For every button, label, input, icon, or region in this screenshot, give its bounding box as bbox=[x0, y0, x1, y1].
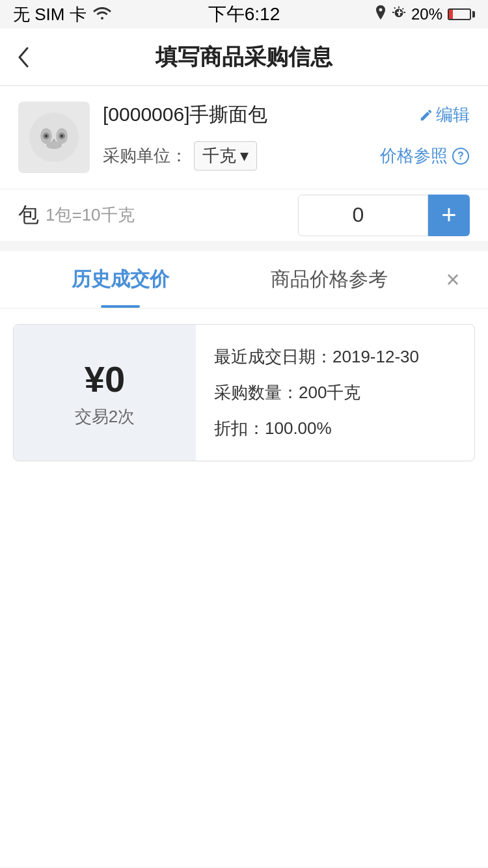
status-bar: 无 SIM 卡 下午6:12 20% bbox=[0, 0, 488, 29]
edit-label: 编辑 bbox=[436, 103, 470, 126]
transaction-count: 交易2次 bbox=[75, 405, 135, 428]
price-amount: ¥0 bbox=[85, 358, 125, 400]
transaction-card: ¥0 交易2次 最近成交日期：2019-12-30 采购数量：200千克 折扣：… bbox=[13, 324, 475, 461]
price-reference-button[interactable]: 价格参照 ? bbox=[380, 144, 470, 167]
page-title: 填写商品采购信息 bbox=[156, 42, 332, 72]
product-name: [0000006]手撕面包 bbox=[103, 102, 267, 128]
back-button[interactable] bbox=[16, 44, 31, 70]
alarm-icon bbox=[392, 5, 406, 23]
qty-label: 包 1包=10千克 bbox=[18, 201, 135, 230]
svg-point-7 bbox=[46, 141, 62, 149]
tab-underline bbox=[101, 305, 140, 308]
svg-point-6 bbox=[61, 135, 63, 137]
tab-section: 历史成交价 商品价格参考 × ¥0 交易2次 最近成交日期：2019-12-30… bbox=[0, 251, 488, 477]
status-right: 20% bbox=[375, 5, 475, 23]
battery-icon bbox=[448, 8, 475, 20]
card-area: ¥0 交易2次 最近成交日期：2019-12-30 采购数量：200千克 折扣：… bbox=[0, 308, 488, 477]
section-divider bbox=[0, 241, 488, 251]
status-time: 下午6:12 bbox=[208, 2, 280, 27]
edit-button[interactable]: 编辑 bbox=[419, 103, 470, 126]
discount-row: 折扣：100.00% bbox=[214, 416, 456, 441]
battery-text: 20% bbox=[411, 5, 442, 23]
card-price-panel: ¥0 交易2次 bbox=[14, 325, 196, 461]
qty-plus-button[interactable]: + bbox=[428, 195, 470, 236]
purchase-unit-label: 采购单位： 千克 ▾ bbox=[103, 141, 257, 170]
tab-close-button[interactable]: × bbox=[433, 260, 472, 299]
qty-input[interactable] bbox=[298, 195, 428, 236]
svg-point-5 bbox=[45, 135, 47, 137]
qty-conversion: 1包=10千克 bbox=[46, 204, 135, 226]
quantity-section: 包 1包=10千克 + bbox=[0, 189, 488, 241]
location-icon bbox=[375, 5, 386, 23]
wifi-icon bbox=[93, 5, 111, 25]
qty-input-group: + bbox=[298, 195, 470, 236]
status-left: 无 SIM 卡 bbox=[13, 3, 111, 26]
unit-select[interactable]: 千克 ▾ bbox=[194, 141, 257, 170]
tab-history-price[interactable]: 历史成交价 bbox=[16, 251, 224, 308]
svg-point-0 bbox=[29, 113, 79, 162]
recent-date-row: 最近成交日期：2019-12-30 bbox=[214, 344, 456, 370]
product-title-row: [0000006]手撕面包 编辑 bbox=[103, 102, 470, 128]
carrier-text: 无 SIM 卡 bbox=[13, 3, 87, 26]
product-header: [0000006]手撕面包 编辑 采购单位： 千克 ▾ 价格 bbox=[18, 102, 470, 173]
product-section: [0000006]手撕面包 编辑 采购单位： 千克 ▾ 价格 bbox=[0, 86, 488, 189]
card-details-panel: 最近成交日期：2019-12-30 采购数量：200千克 折扣：100.00% bbox=[196, 325, 474, 461]
nav-bar: 填写商品采购信息 bbox=[0, 29, 488, 86]
product-thumbnail bbox=[18, 102, 90, 173]
purchase-qty-row: 采购数量：200千克 bbox=[214, 380, 456, 405]
tab-header: 历史成交价 商品价格参考 × bbox=[0, 251, 488, 308]
bottom-area bbox=[0, 477, 488, 867]
purchase-unit-row: 采购单位： 千克 ▾ 价格参照 ? bbox=[103, 141, 470, 170]
product-info: [0000006]手撕面包 编辑 采购单位： 千克 ▾ 价格 bbox=[103, 102, 470, 170]
svg-text:?: ? bbox=[457, 150, 464, 161]
tab-product-price-ref[interactable]: 商品价格参考 bbox=[224, 251, 433, 308]
package-icon: 包 bbox=[18, 201, 39, 230]
